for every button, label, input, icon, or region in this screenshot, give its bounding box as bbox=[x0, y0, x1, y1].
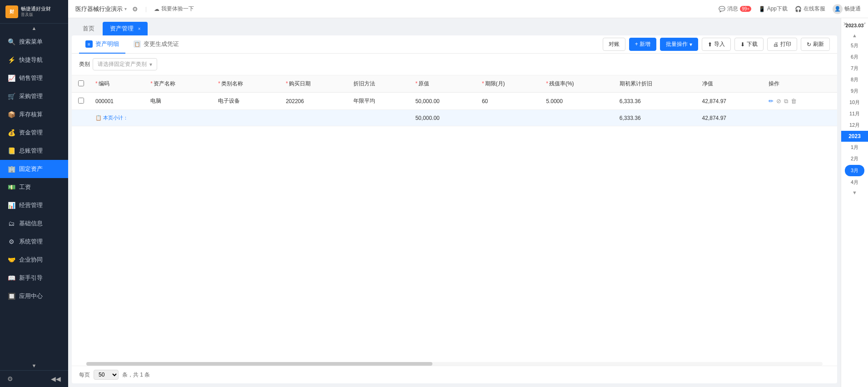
purchase-icon: 🛒 bbox=[7, 93, 15, 100]
experience-label: 我要体验一下 bbox=[161, 5, 194, 13]
sidebar-item-purchase[interactable]: 🛒 采购管理 bbox=[0, 87, 68, 105]
collapse-icon[interactable]: ◀◀ bbox=[51, 375, 61, 382]
tab-close-icon[interactable]: × bbox=[138, 26, 141, 31]
sidebar-item-label: 销售管理 bbox=[19, 74, 43, 82]
category-select-arrow: ▾ bbox=[149, 61, 152, 68]
app-download-label: App下载 bbox=[767, 5, 788, 13]
sidebar: 财 畅捷通好业财 普及版 ▲ 🔍 搜索菜单 ⚡ 快捷导航 📈 销售管理 🛒 采购… bbox=[0, 0, 68, 387]
horizontal-scrollbar-thumb[interactable] bbox=[86, 362, 432, 366]
cal-month-4[interactable]: 4月 bbox=[841, 177, 868, 188]
th-period: *期限(月) bbox=[476, 75, 541, 93]
asset-table: *编码 *资产名称 *类别名称 *购买日期 折旧方法 *原值 *期限(月) *残… bbox=[72, 75, 837, 126]
sub-tab-asset-detail-label: 资产明细 bbox=[95, 40, 119, 48]
company-selector[interactable]: 医疗器械行业演示 ▾ bbox=[75, 5, 127, 13]
search-icon: 🔍 bbox=[7, 38, 15, 45]
sidebar-item-salary[interactable]: 💵 工资 bbox=[0, 178, 68, 196]
delete-icon[interactable]: 🗑 bbox=[791, 98, 797, 104]
cal-year-2023[interactable]: 2023 bbox=[841, 131, 868, 142]
sidebar-item-label: 新手引导 bbox=[19, 274, 43, 282]
edit-icon[interactable]: ✏ bbox=[769, 98, 774, 104]
subtotal-icon: 📋 bbox=[95, 115, 102, 120]
cell-net-value: 42,874.97 bbox=[697, 93, 764, 110]
user-profile-btn[interactable]: 👤 畅捷通 bbox=[833, 4, 861, 14]
cal-month-7[interactable]: 7月 bbox=[841, 63, 868, 74]
change-voucher-icon: 📋 bbox=[134, 40, 141, 48]
download-btn[interactable]: ⬇ 下载 bbox=[734, 38, 764, 51]
sidebar-item-operations[interactable]: 📊 经营管理 bbox=[0, 196, 68, 214]
th-category: *类别名称 bbox=[213, 75, 280, 93]
tab-home[interactable]: 首页 bbox=[75, 22, 102, 35]
calendar-expand-btn[interactable]: ⤢ bbox=[862, 21, 866, 27]
row-checkbox-cell bbox=[72, 93, 90, 110]
tab-asset-management[interactable]: 资产管理 × bbox=[103, 22, 148, 35]
sidebar-item-enterprise[interactable]: 🤝 企业协同 bbox=[0, 251, 68, 269]
settings-gear-icon[interactable]: ⚙ bbox=[132, 5, 138, 13]
sidebar-scroll-up[interactable]: ▲ bbox=[0, 24, 68, 33]
table-footer: 每页 50 100 200 条，共 1 条 bbox=[72, 366, 837, 383]
settings-icon[interactable]: ⚙ bbox=[7, 375, 13, 382]
depreciate-icon[interactable]: ⊘ bbox=[776, 98, 781, 104]
row-checkbox[interactable] bbox=[78, 98, 84, 104]
cal-month-6[interactable]: 6月 bbox=[841, 51, 868, 63]
import-btn[interactable]: ⬆ 导入 bbox=[702, 38, 731, 51]
cal-month-9[interactable]: 9月 bbox=[841, 85, 868, 97]
messages-btn[interactable]: 💬 消息 99+ bbox=[719, 5, 751, 13]
reconcile-btn[interactable]: 对账 bbox=[603, 38, 625, 51]
sub-tab-asset-detail[interactable]: ≡ 资产明细 bbox=[79, 35, 125, 54]
sidebar-item-label: 固定资产 bbox=[19, 165, 43, 173]
sidebar-item-search[interactable]: 🔍 搜索菜单 bbox=[0, 33, 68, 51]
cal-month-3[interactable]: 3月 bbox=[845, 165, 864, 176]
category-select[interactable]: 请选择固定资产类别 ▾ bbox=[93, 58, 157, 70]
sidebar-item-tutorial[interactable]: 📖 新手引导 bbox=[0, 269, 68, 287]
download-label: 下载 bbox=[747, 40, 758, 48]
messages-label: 消息 bbox=[727, 5, 738, 13]
sub-tab-change-voucher[interactable]: 📋 变更生成凭证 bbox=[127, 35, 185, 54]
fixed-assets-icon: 🏢 bbox=[7, 165, 15, 173]
cal-month-1[interactable]: 1月 bbox=[841, 142, 868, 153]
online-service-btn[interactable]: 🎧 在线客服 bbox=[795, 5, 825, 13]
inventory-icon: 📦 bbox=[7, 111, 15, 118]
sidebar-item-label: 搜索菜单 bbox=[19, 38, 43, 46]
batch-btn[interactable]: 批量操作 ▾ bbox=[660, 38, 698, 51]
filter-toolbar: 类别 请选择固定资产类别 ▾ bbox=[72, 54, 837, 75]
sidebar-scroll-down[interactable]: ▼ bbox=[0, 361, 68, 370]
calendar-close-btn[interactable]: ✕ bbox=[843, 21, 848, 27]
calendar-panel: ✕ ⤢ 2023.03 ▲ 5月 6月 7月 8月 9月 10月 11月 12月… bbox=[841, 18, 868, 387]
app-download-btn[interactable]: 📱 App下载 bbox=[759, 5, 788, 13]
batch-dropdown-icon: ▾ bbox=[689, 41, 692, 48]
cal-month-12[interactable]: 12月 bbox=[841, 119, 868, 131]
refresh-btn[interactable]: ↻ 刷新 bbox=[801, 38, 830, 51]
sidebar-item-fixed-assets[interactable]: 🏢 固定资产 bbox=[0, 160, 68, 178]
cal-month-11[interactable]: 11月 bbox=[841, 108, 868, 119]
calendar-down-btn[interactable]: ▼ bbox=[841, 188, 868, 197]
cal-month-2[interactable]: 2月 bbox=[841, 153, 868, 164]
sidebar-item-system[interactable]: ⚙ 系统管理 bbox=[0, 233, 68, 251]
th-checkbox bbox=[72, 75, 90, 93]
sidebar-item-app-center[interactable]: 🔲 应用中心 bbox=[0, 287, 68, 305]
sidebar-item-inventory[interactable]: 📦 库存核算 bbox=[0, 105, 68, 124]
cal-month-8[interactable]: 8月 bbox=[841, 74, 868, 85]
horizontal-scrollbar-track[interactable] bbox=[86, 362, 823, 366]
select-all-checkbox[interactable] bbox=[78, 80, 84, 86]
enterprise-icon: 🤝 bbox=[7, 256, 15, 263]
company-name: 医疗器械行业演示 bbox=[75, 5, 123, 13]
new-btn[interactable]: + 新增 bbox=[629, 38, 656, 51]
cal-month-10[interactable]: 10月 bbox=[841, 97, 868, 108]
sidebar-item-funds[interactable]: 💰 资金管理 bbox=[0, 124, 68, 142]
cell-original-value: 50,000.00 bbox=[410, 93, 476, 110]
cell-purchase-date: 202206 bbox=[280, 93, 348, 110]
calendar-up-btn[interactable]: ▲ bbox=[841, 31, 868, 40]
sidebar-item-general[interactable]: 📒 总账管理 bbox=[0, 142, 68, 160]
message-icon: 💬 bbox=[719, 6, 725, 12]
cal-month-5[interactable]: 5月 bbox=[841, 40, 868, 51]
sidebar-item-label: 采购管理 bbox=[19, 92, 43, 100]
print-btn[interactable]: 🖨 打印 bbox=[767, 38, 797, 51]
app-center-icon: 🔲 bbox=[7, 293, 15, 300]
sidebar-item-basic-info[interactable]: 🗂 基础信息 bbox=[0, 214, 68, 233]
sidebar-item-sales[interactable]: 📈 销售管理 bbox=[0, 69, 68, 87]
page-size-select[interactable]: 50 100 200 bbox=[94, 370, 119, 380]
sidebar-item-label: 库存核算 bbox=[19, 110, 43, 119]
copy-icon[interactable]: ⧉ bbox=[784, 98, 788, 105]
experience-btn[interactable]: ☁ 我要体验一下 bbox=[154, 5, 194, 13]
sidebar-item-quick-nav[interactable]: ⚡ 快捷导航 bbox=[0, 51, 68, 69]
